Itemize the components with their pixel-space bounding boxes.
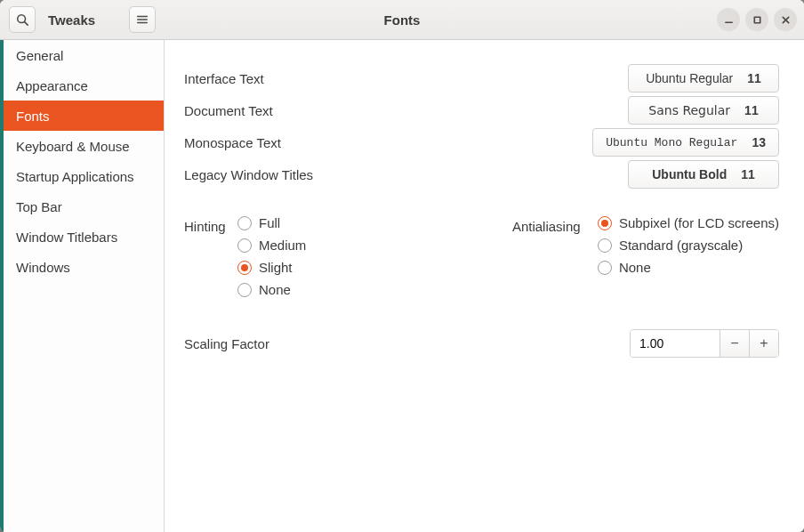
sidebar-item-windows[interactable]: Windows bbox=[4, 252, 164, 282]
radio-label: Subpixel (for LCD screens) bbox=[619, 215, 779, 230]
sidebar-item-appearance[interactable]: Appearance bbox=[4, 70, 164, 101]
radio-label: Full bbox=[259, 215, 280, 230]
sidebar-item-label: Startup Applications bbox=[16, 169, 134, 184]
sidebar-item-label: Windows bbox=[16, 260, 70, 275]
font-size: 11 bbox=[747, 71, 761, 85]
scaling-factor-increment[interactable]: + bbox=[749, 330, 778, 357]
font-name: Sans Regular bbox=[648, 103, 730, 117]
radio-indicator-icon bbox=[237, 261, 252, 275]
maximize-icon bbox=[752, 15, 762, 25]
radio-indicator-icon bbox=[598, 216, 612, 230]
sidebar-item-label: Keyboard & Mouse bbox=[16, 139, 130, 154]
antialiasing-radio-subpixel[interactable]: Subpixel (for LCD screens) bbox=[598, 215, 779, 230]
hamburger-menu-button[interactable] bbox=[129, 6, 156, 33]
sidebar-item-label: Fonts bbox=[16, 109, 50, 124]
hinting-radio-medium[interactable]: Medium bbox=[237, 238, 306, 253]
sidebar-item-startup-applications[interactable]: Startup Applications bbox=[4, 161, 164, 191]
radio-indicator-icon bbox=[237, 238, 252, 253]
plus-icon: + bbox=[760, 335, 768, 351]
search-icon bbox=[16, 13, 28, 26]
radio-label: Standard (grayscale) bbox=[619, 238, 743, 253]
label-monospace-text: Monospace Text bbox=[184, 135, 362, 150]
label-document-text: Document Text bbox=[184, 103, 362, 118]
radio-indicator-icon bbox=[598, 238, 612, 253]
app-name: Tweaks bbox=[48, 12, 95, 28]
minus-icon: − bbox=[730, 335, 738, 351]
label-antialiasing: Antialiasing bbox=[512, 215, 598, 297]
label-interface-text: Interface Text bbox=[184, 71, 362, 86]
hamburger-icon bbox=[136, 13, 149, 26]
close-icon bbox=[781, 15, 791, 25]
sidebar-item-label: Window Titlebars bbox=[16, 230, 117, 245]
label-legacy-window-titles: Legacy Window Titles bbox=[184, 167, 362, 182]
search-button[interactable] bbox=[9, 6, 36, 33]
sidebar-item-fonts[interactable]: Fonts bbox=[4, 101, 164, 131]
font-name: Ubuntu Mono Regular bbox=[606, 136, 737, 149]
legacy-title-font-button[interactable]: Ubuntu Bold 11 bbox=[628, 160, 779, 189]
font-name: Ubuntu Bold bbox=[652, 167, 727, 181]
window-minimize-button[interactable] bbox=[717, 8, 740, 31]
content-pane: Interface Text Ubuntu Regular 11 Documen… bbox=[165, 40, 804, 532]
sidebar-item-keyboard-mouse[interactable]: Keyboard & Mouse bbox=[4, 131, 164, 161]
page-title: Fonts bbox=[384, 12, 421, 28]
document-font-button[interactable]: Sans Regular 11 bbox=[628, 96, 779, 125]
minimize-icon bbox=[724, 15, 734, 25]
radio-label: Slight bbox=[259, 260, 293, 275]
sidebar-item-label: Appearance bbox=[16, 78, 88, 93]
interface-font-button[interactable]: Ubuntu Regular 11 bbox=[628, 64, 779, 93]
sidebar-item-top-bar[interactable]: Top Bar bbox=[4, 191, 164, 222]
label-scaling-factor: Scaling Factor bbox=[184, 336, 269, 351]
hinting-radio-none[interactable]: None bbox=[237, 282, 306, 297]
svg-line-1 bbox=[25, 22, 28, 26]
radio-indicator-icon bbox=[237, 283, 252, 297]
antialiasing-radio-standard[interactable]: Standard (grayscale) bbox=[598, 238, 779, 253]
sidebar-item-window-titlebars[interactable]: Window Titlebars bbox=[4, 222, 164, 252]
hinting-radio-full[interactable]: Full bbox=[237, 215, 306, 230]
window-maximize-button[interactable] bbox=[745, 8, 768, 31]
font-size: 11 bbox=[744, 103, 759, 117]
scaling-factor-decrement[interactable]: − bbox=[720, 330, 749, 357]
radio-label: Medium bbox=[259, 238, 306, 253]
antialiasing-radio-none[interactable]: None bbox=[598, 260, 779, 275]
headerbar: Tweaks Fonts bbox=[0, 0, 804, 40]
radio-label: None bbox=[259, 282, 291, 297]
radio-label: None bbox=[619, 260, 651, 275]
sidebar: General Appearance Fonts Keyboard & Mous… bbox=[4, 40, 165, 532]
sidebar-item-general[interactable]: General bbox=[4, 40, 164, 70]
label-hinting: Hinting bbox=[184, 215, 237, 297]
antialiasing-radio-group: Subpixel (for LCD screens) Standard (gra… bbox=[598, 215, 779, 297]
sidebar-item-label: Top Bar bbox=[16, 199, 62, 214]
font-size: 13 bbox=[752, 135, 766, 149]
scaling-factor-spinner: − + bbox=[630, 329, 779, 358]
svg-rect-6 bbox=[754, 17, 760, 22]
monospace-font-button[interactable]: Ubuntu Mono Regular 13 bbox=[592, 128, 779, 157]
radio-indicator-icon bbox=[237, 216, 252, 230]
tweaks-window: Tweaks Fonts General Appearance Fonts Ke… bbox=[0, 0, 804, 532]
hinting-radio-group: Full Medium Slight None bbox=[237, 215, 306, 297]
radio-indicator-icon bbox=[598, 261, 612, 275]
font-name: Ubuntu Regular bbox=[646, 71, 733, 85]
sidebar-item-label: General bbox=[16, 48, 63, 63]
scaling-factor-input[interactable] bbox=[631, 330, 720, 357]
hinting-radio-slight[interactable]: Slight bbox=[237, 260, 306, 275]
font-size: 11 bbox=[741, 167, 755, 181]
window-close-button[interactable] bbox=[774, 8, 797, 31]
